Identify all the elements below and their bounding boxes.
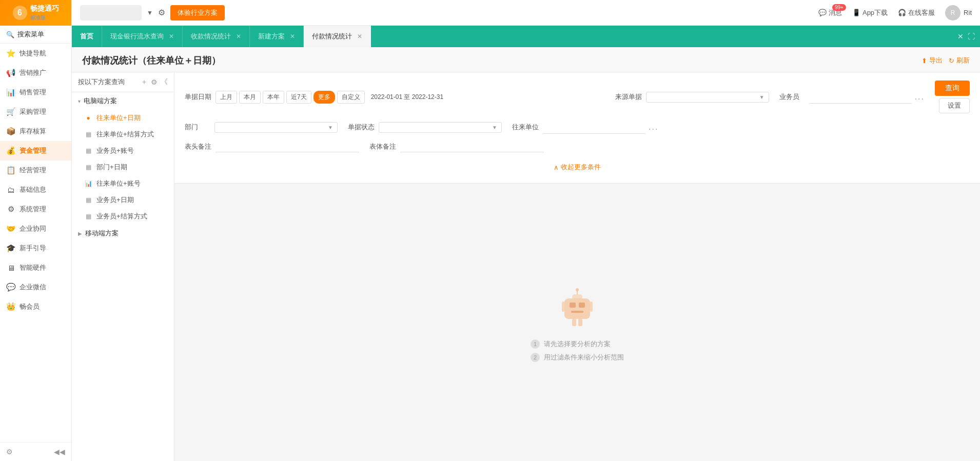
empty-tip-1: 1 请先选择要分析的方案 (531, 339, 624, 349)
query-btn[interactable]: 查询 (935, 81, 970, 96)
search-icon: 🔍 (6, 31, 14, 38)
tab-new-scheme-close[interactable]: ✕ (290, 33, 295, 40)
doc-status-select[interactable]: ▼ (379, 122, 502, 133)
sidebar: 6 畅捷通巧 标准版 🔍 搜索菜单 ⭐ 快捷导航 📢 营销推广 📊 销售管理 🛒… (0, 0, 72, 461)
sidebar-item-label: 智能硬件 (19, 263, 46, 272)
partner-dots-btn[interactable]: ... (649, 123, 658, 132)
date-field: 单据日期 上月 本月 本年 近7天 更多 自定义 2022-01-01 至 20… (185, 91, 443, 104)
pc-section-arrow: ▾ (78, 98, 81, 104)
source-select[interactable]: ▼ (646, 92, 769, 103)
scheme-item-salesman-account[interactable]: ▦ 业务员+账号 (72, 143, 174, 159)
collapse-btn[interactable]: ∧ 收起更多条件 (547, 159, 607, 175)
scheme-item-salesman-settle-icon: ▦ (84, 212, 92, 221)
scheme-settings-btn[interactable]: ⚙ (151, 78, 158, 86)
tab-payment-stats-close[interactable]: ✕ (357, 33, 362, 40)
refresh-btn[interactable]: ↻ 刷新 (949, 56, 970, 65)
partner-input-placeholder[interactable] (543, 121, 645, 134)
sidebar-item-label: 资金管理 (19, 146, 46, 155)
tab-receipt-stats[interactable]: 收款情况统计 ✕ (183, 26, 250, 47)
topbar-dropdown-btn[interactable]: ▼ (147, 9, 153, 16)
scheme-collapse-btn[interactable]: 《 (161, 77, 168, 87)
page-header: 付款情况统计（往来单位＋日期） ⬆ 导出 ↻ 刷新 (72, 47, 980, 72)
operation-icon: 📋 (6, 166, 15, 175)
partner-label: 往来单位 (512, 123, 539, 132)
dept-select-arrow: ▼ (328, 125, 333, 130)
scheme-panel-header-actions: ＋ ⚙ 《 (141, 77, 168, 87)
trial-btn[interactable]: 体验行业方案 (170, 5, 225, 21)
app-download-btn[interactable]: 📱 App下载 (852, 8, 888, 17)
sidebar-item-label: 快捷导航 (19, 49, 46, 58)
sidebar-item-inventory[interactable]: 📦 库存核算 (0, 122, 71, 141)
receipt-stats-tab-label: 收款情况统计 (191, 32, 231, 41)
basic-info-icon: 🗂 (6, 185, 15, 194)
tab-new-scheme[interactable]: 新建方案 ✕ (250, 26, 304, 47)
date-this-month-btn[interactable]: 本月 (239, 91, 261, 104)
sidebar-item-capital[interactable]: 💰 资金管理 (0, 141, 71, 161)
filter-row-2: 部门 ▼ 单据状态 ▼ (185, 121, 970, 134)
tab-home[interactable]: 首页 (72, 26, 102, 47)
svg-rect-1 (570, 303, 576, 308)
tab-bank-flow-close[interactable]: ✕ (169, 33, 174, 40)
set-btn[interactable]: 设置 (939, 98, 970, 113)
sidebar-item-hardware[interactable]: 🖥 智能硬件 (0, 258, 71, 277)
export-btn[interactable]: ⬆ 导出 (922, 56, 943, 65)
tab-bank-flow[interactable]: 现金银行流水查询 ✕ (102, 26, 183, 47)
partner-input-area: ... (543, 121, 658, 134)
salesman-input-placeholder[interactable] (809, 90, 912, 104)
scheme-item-partner-date[interactable]: ● 往来单位+日期 (72, 110, 174, 126)
mobile-section-header[interactable]: ▶ 移动端方案 (72, 225, 174, 242)
sidebar-item-basic-info[interactable]: 🗂 基础信息 (0, 180, 71, 199)
header-note-label: 表头备注 (185, 142, 211, 151)
scheme-item-partner-date-icon: ● (84, 114, 92, 122)
scheme-item-partner-settle[interactable]: ▦ 往来单位+结算方式 (72, 126, 174, 143)
doc-status-field: 单据状态 ▼ (348, 122, 502, 133)
scheme-item-salesman-account-label: 业务员+账号 (96, 146, 134, 155)
fullscreen-btn[interactable]: ⛶ (968, 32, 975, 41)
pc-section-header[interactable]: ▾ 电脑端方案 (72, 92, 174, 110)
sidebar-item-guide[interactable]: 🎓 新手引导 (0, 238, 71, 258)
date-more-btn[interactable]: 更多 (313, 91, 335, 104)
salesman-dots-btn[interactable]: ... (915, 92, 925, 102)
data-area: 1 请先选择要分析的方案 2 用过滤条件来缩小分析范围 (174, 184, 980, 461)
message-btn[interactable]: 💬 消息 99+ (818, 8, 842, 17)
tab-payment-stats[interactable]: 付款情况统计 ✕ (304, 26, 371, 47)
scheme-add-btn[interactable]: ＋ (141, 77, 148, 87)
header-note-input[interactable] (215, 141, 359, 152)
sidebar-item-wechat[interactable]: 💬 企业微信 (0, 277, 71, 297)
sidebar-settings-btn[interactable]: ⚙ (6, 448, 13, 456)
dept-select[interactable]: ▼ (214, 122, 338, 133)
sidebar-item-member[interactable]: 👑 畅会员 (0, 297, 71, 316)
sidebar-nav: ⭐ 快捷导航 📢 营销推广 📊 销售管理 🛒 采购管理 📦 库存核算 💰 资金管… (0, 44, 71, 442)
topbar-gear-btn[interactable]: ⚙ (158, 8, 165, 17)
collapse-area: ∧ 收起更多条件 (185, 159, 970, 175)
sidebar-item-quick-nav[interactable]: ⭐ 快捷导航 (0, 44, 71, 63)
close-all-tabs-btn[interactable]: ✕ (957, 32, 964, 41)
sidebar-item-enterprise[interactable]: 🤝 企业协同 (0, 219, 71, 238)
scheme-item-salesman-date[interactable]: ▦ 业务员+日期 (72, 192, 174, 208)
svg-rect-4 (562, 302, 564, 312)
date-last-7-btn[interactable]: 近7天 (286, 91, 311, 104)
sidebar-item-system[interactable]: ⚙ 系统管理 (0, 199, 71, 219)
sidebar-item-purchase[interactable]: 🛒 采购管理 (0, 102, 71, 122)
body-note-input[interactable] (400, 141, 544, 152)
scheme-item-partner-date-label: 往来单位+日期 (96, 113, 141, 123)
sidebar-collapse-btn[interactable]: ◀◀ (54, 448, 65, 456)
refresh-label: 刷新 (956, 56, 970, 65)
search-menu[interactable]: 🔍 搜索菜单 (0, 26, 71, 44)
scheme-item-partner-account[interactable]: 📊 往来单位+账号 (72, 175, 174, 192)
tab-receipt-stats-close[interactable]: ✕ (236, 33, 241, 40)
wechat-icon: 💬 (6, 283, 15, 292)
scheme-item-dept-date[interactable]: ▦ 部门+日期 (72, 159, 174, 175)
page-header-actions: ⬆ 导出 ↻ 刷新 (922, 56, 970, 65)
date-last-month-btn[interactable]: 上月 (215, 91, 237, 104)
sidebar-item-operation[interactable]: 📋 经营管理 (0, 161, 71, 180)
main-area: ▼ ⚙ 体验行业方案 💬 消息 99+ 📱 App下载 🎧 在线客服 R Rit (72, 0, 980, 461)
online-service-btn[interactable]: 🎧 在线客服 (898, 8, 935, 17)
sidebar-item-marketing[interactable]: 📢 营销推广 (0, 63, 71, 83)
sidebar-item-label: 采购管理 (19, 107, 46, 116)
sidebar-item-sales[interactable]: 📊 销售管理 (0, 83, 71, 102)
marketing-icon: 📢 (6, 68, 15, 77)
date-this-year-btn[interactable]: 本年 (263, 91, 284, 104)
scheme-item-salesman-settle[interactable]: ▦ 业务员+结算方式 (72, 208, 174, 225)
date-custom-btn[interactable]: 自定义 (337, 91, 365, 104)
